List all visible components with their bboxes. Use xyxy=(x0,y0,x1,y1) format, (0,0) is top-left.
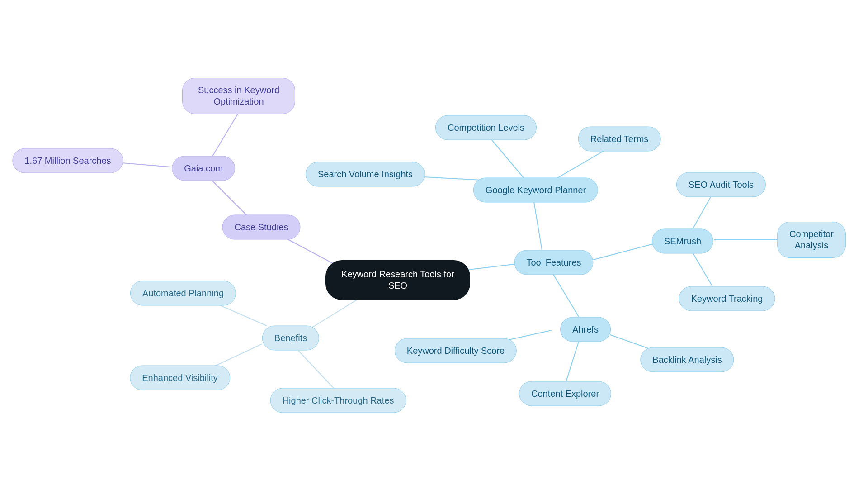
node-gaia[interactable]: Gaia.com xyxy=(172,156,235,181)
node-gkp[interactable]: Google Keyword Planner xyxy=(473,178,598,203)
node-gaia-searches[interactable]: 1.67 Million Searches xyxy=(12,148,123,173)
svg-line-3 xyxy=(488,136,524,179)
node-label: Case Studies xyxy=(235,222,288,233)
node-label: Tool Features xyxy=(526,257,581,268)
node-gkp-search-volume[interactable]: Search Volume Insights xyxy=(306,162,425,187)
node-semrush[interactable]: SEMrush xyxy=(652,229,713,254)
node-label: Search Volume Insights xyxy=(318,169,413,180)
root-node[interactable]: Keyword Research Tools for SEO xyxy=(326,260,470,300)
node-label: SEMrush xyxy=(664,236,701,247)
svg-line-16 xyxy=(298,351,335,389)
svg-line-12 xyxy=(565,342,579,385)
svg-line-8 xyxy=(692,251,714,290)
node-label: Content Explorer xyxy=(531,388,599,400)
node-ahrefs-backlink[interactable]: Backlink Analysis xyxy=(640,347,734,372)
node-benefits[interactable]: Benefits xyxy=(262,326,319,351)
node-ahrefs-difficulty[interactable]: Keyword Difficulty Score xyxy=(395,338,517,363)
svg-line-18 xyxy=(212,181,249,217)
node-benefit-automated[interactable]: Automated Planning xyxy=(130,281,236,306)
svg-line-5 xyxy=(583,242,660,262)
node-tool-features[interactable]: Tool Features xyxy=(514,250,593,275)
node-sem-audit[interactable]: SEO Audit Tools xyxy=(676,172,766,197)
svg-line-6 xyxy=(692,195,712,231)
node-benefit-ctr[interactable]: Higher Click-Through Rates xyxy=(270,388,406,413)
node-label: Competition Levels xyxy=(448,122,524,133)
node-label: Enhanced Visibility xyxy=(142,372,218,384)
root-label: Keyword Research Tools for SEO xyxy=(341,269,454,291)
svg-line-4 xyxy=(556,147,610,179)
node-label: Google Keyword Planner xyxy=(486,185,586,196)
node-gaia-success[interactable]: Success in Keyword Optimization xyxy=(182,78,295,114)
node-ahrefs[interactable]: Ahrefs xyxy=(560,317,611,342)
node-gkp-competition[interactable]: Competition Levels xyxy=(435,115,537,140)
node-label: Backlink Analysis xyxy=(652,354,722,366)
node-label: 1.67 Million Searches xyxy=(24,155,111,167)
svg-line-9 xyxy=(552,271,579,317)
node-label: Automated Planning xyxy=(142,288,224,299)
node-gkp-related[interactable]: Related Terms xyxy=(578,127,661,152)
node-label: Higher Click-Through Rates xyxy=(283,395,394,406)
node-label: Ahrefs xyxy=(572,324,599,335)
node-label: Keyword Difficulty Score xyxy=(407,345,505,357)
node-case-studies[interactable]: Case Studies xyxy=(222,215,301,240)
mindmap-canvas: Keyword Research Tools for SEO Tool Feat… xyxy=(0,0,868,490)
node-label: Success in Keyword Optimization xyxy=(198,85,279,107)
node-label: Gaia.com xyxy=(184,163,223,174)
node-label: Related Terms xyxy=(590,133,649,145)
svg-line-1 xyxy=(533,199,542,253)
node-benefit-visibility[interactable]: Enhanced Visibility xyxy=(130,366,230,390)
node-label: Competitor Analysis xyxy=(789,228,834,251)
edges-layer xyxy=(0,0,868,490)
node-label: Keyword Tracking xyxy=(691,293,763,304)
node-sem-tracking[interactable]: Keyword Tracking xyxy=(679,286,775,311)
node-ahrefs-content[interactable]: Content Explorer xyxy=(519,381,611,406)
svg-line-19 xyxy=(212,111,240,156)
node-label: Benefits xyxy=(274,333,307,344)
node-sem-competitor[interactable]: Competitor Analysis xyxy=(777,222,846,258)
node-label: SEO Audit Tools xyxy=(689,179,754,190)
